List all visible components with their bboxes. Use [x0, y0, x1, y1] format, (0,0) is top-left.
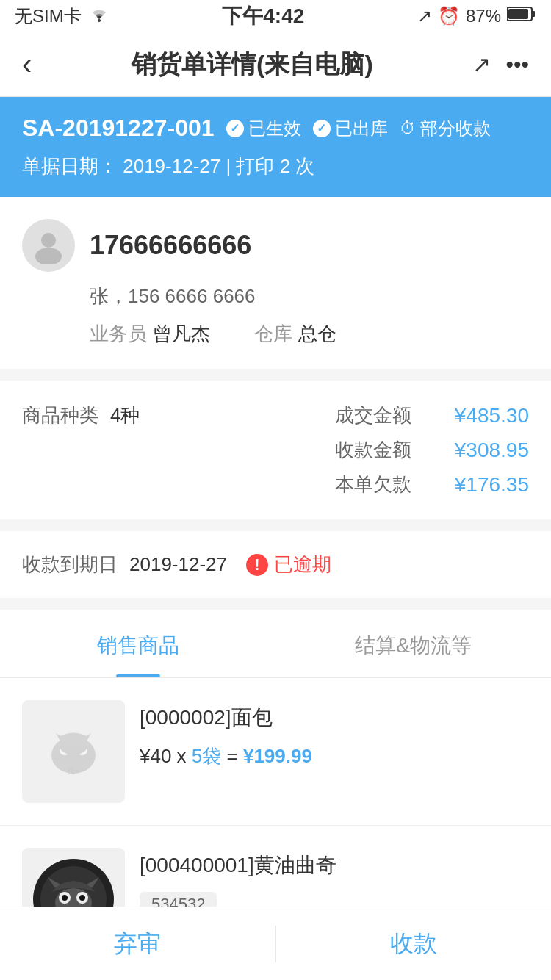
- svg-rect-2: [532, 11, 535, 17]
- status-partial: ⏱ 部分收款: [400, 117, 491, 140]
- tab-settlement[interactable]: 结算&物流等: [276, 610, 551, 677]
- status-partial-text: 部分收款: [420, 117, 491, 140]
- svg-rect-3: [508, 9, 528, 19]
- order-id-row: SA-20191227-001 ✓ 已生效 ✓ 已出库 ⏱ 部分收款: [22, 115, 529, 142]
- salesperson-label: 业务员: [90, 321, 147, 347]
- status-left: 无SIM卡: [15, 4, 109, 28]
- salesperson-value: 曾凡杰: [153, 321, 210, 347]
- product-types: 商品种类 4种: [22, 403, 140, 428]
- product-info-1: [0000002]面包 ¥40 x 5袋 = ¥199.99: [140, 700, 529, 769]
- user-avatar-icon: [30, 227, 67, 264]
- status-shipped: ✓ 已出库: [313, 117, 388, 140]
- customer-row: 17666666666: [22, 219, 529, 272]
- customer-meta: 业务员 曾凡杰 仓库 总仓: [22, 321, 529, 347]
- order-id: SA-20191227-001: [22, 115, 215, 142]
- warehouse-label: 仓库: [254, 321, 292, 347]
- svg-point-0: [98, 19, 101, 22]
- order-date-value: 2019-12-27: [123, 155, 220, 177]
- svg-point-4: [41, 233, 56, 248]
- qty-1: 5袋: [192, 745, 221, 767]
- financial-stats: 成交金额 ¥485.30 收款金额 ¥308.95 本单欠款 ¥176.35: [335, 403, 529, 497]
- product-image-1: 兔+: [22, 700, 125, 803]
- overdue-icon: !: [246, 554, 268, 576]
- location-icon: ↗: [417, 6, 432, 26]
- warehouse-item: 仓库 总仓: [254, 321, 336, 347]
- tab-sales-products[interactable]: 销售商品: [0, 610, 276, 677]
- order-header: SA-20191227-001 ✓ 已生效 ✓ 已出库 ⏱ 部分收款 单据日期：…: [0, 97, 551, 197]
- collect-button[interactable]: 收款: [276, 913, 552, 975]
- avatar: [22, 219, 75, 272]
- received-value: ¥308.95: [426, 439, 529, 462]
- overdue-text: 已逾期: [274, 552, 331, 577]
- product-placeholder-icon: 兔+: [37, 722, 110, 781]
- debt-value: ¥176.35: [426, 473, 529, 497]
- amount-row: 成交金额 ¥485.30: [335, 403, 529, 428]
- alarm-icon: ⏰: [438, 6, 460, 26]
- due-section: 收款到期日 2019-12-27 ! 已逾期: [0, 531, 551, 598]
- tabs-section: 销售商品 结算&物流等: [0, 610, 551, 678]
- debt-label: 本单欠款: [335, 472, 411, 497]
- order-date-row: 单据日期： 2019-12-27 | 打印 2 次: [22, 154, 529, 179]
- battery-icon: [507, 6, 536, 26]
- product-types-value: 4种: [110, 403, 140, 428]
- product-types-label: 商品种类: [22, 403, 98, 428]
- status-time: 下午4:42: [222, 2, 304, 30]
- status-right: ↗ ⏰ 87%: [417, 6, 536, 26]
- product-price-1: ¥40 x 5袋 = ¥199.99: [140, 743, 529, 769]
- amount-label: 成交金额: [335, 403, 411, 428]
- nav-title: 销货单详情(来自电脑): [132, 48, 373, 82]
- more-button[interactable]: •••: [505, 52, 529, 77]
- bottom-bar: 弃审 收款: [0, 907, 551, 980]
- due-date-value: 2019-12-27: [129, 553, 227, 576]
- check-icon-1: ✓: [226, 120, 244, 137]
- received-label: 收款金额: [335, 437, 411, 463]
- status-effective: ✓ 已生效: [226, 117, 301, 140]
- product-name-2: [000400001]黄油曲奇: [140, 851, 529, 879]
- svg-text:兔+: 兔+: [68, 767, 79, 775]
- nav-right: ↗ •••: [472, 51, 529, 77]
- stats-section: 商品种类 4种 成交金额 ¥485.30 收款金额 ¥308.95 本单欠款 ¥…: [0, 381, 551, 519]
- status-effective-text: 已生效: [248, 117, 301, 140]
- warehouse-value: 总仓: [298, 321, 336, 347]
- cancel-review-button[interactable]: 弃审: [0, 913, 276, 975]
- received-row: 收款金额 ¥308.95: [335, 437, 529, 463]
- carrier-text: 无SIM卡: [15, 4, 82, 28]
- customer-id: 17666666666: [90, 230, 251, 261]
- svg-point-18: [62, 895, 68, 901]
- customer-section: 17666666666 张，156 6666 6666 业务员 曾凡杰 仓库 总…: [0, 197, 551, 369]
- order-print-info: | 打印 2 次: [226, 155, 314, 177]
- overdue-badge: ! 已逾期: [246, 552, 331, 577]
- customer-contact: 张，156 6666 6666: [22, 284, 529, 309]
- product-name-1: [0000002]面包: [140, 703, 529, 732]
- share-button[interactable]: ↗: [472, 51, 491, 77]
- product-item: 兔+ [0000002]面包 ¥40 x 5袋 = ¥199.99: [0, 678, 551, 826]
- status-shipped-text: 已出库: [335, 117, 388, 140]
- svg-point-19: [79, 895, 85, 901]
- equals-1: =: [221, 745, 243, 767]
- status-bar: 无SIM卡 下午4:42 ↗ ⏰ 87%: [0, 0, 551, 32]
- price-text-1: ¥40 x: [140, 745, 192, 767]
- check-icon-2: ✓: [313, 120, 331, 137]
- clock-icon: ⏱: [400, 119, 416, 138]
- debt-row: 本单欠款 ¥176.35: [335, 472, 529, 497]
- total-1: ¥199.99: [243, 745, 312, 767]
- order-date-label: 单据日期：: [22, 155, 118, 177]
- due-label: 收款到期日: [22, 552, 118, 577]
- battery-text: 87%: [466, 6, 501, 26]
- wifi-icon: [89, 6, 109, 26]
- amount-value: ¥485.30: [426, 404, 529, 428]
- svg-point-5: [35, 248, 62, 264]
- back-button[interactable]: ‹: [22, 48, 32, 81]
- nav-bar: ‹ 销货单详情(来自电脑) ↗ •••: [0, 32, 551, 97]
- nav-left: ‹: [22, 48, 32, 81]
- salesperson-item: 业务员 曾凡杰: [90, 321, 210, 347]
